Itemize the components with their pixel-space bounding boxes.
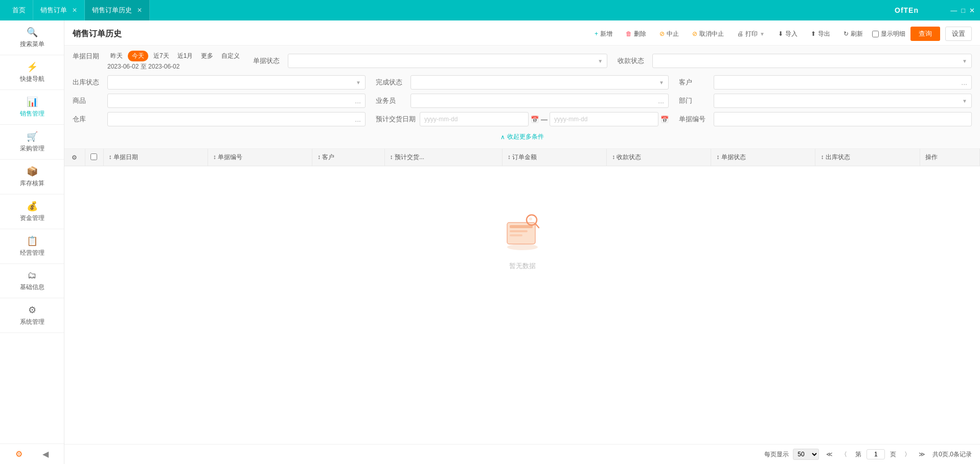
salesman-dots[interactable]: ... <box>658 97 664 105</box>
shortcut-custom[interactable]: 自定义 <box>218 51 243 61</box>
purchase-mgmt-icon: 🛒 <box>27 131 38 142</box>
tab-sales-order-history-close[interactable]: ✕ <box>137 7 142 14</box>
col-delivery-date[interactable]: ↕ 预计交货... <box>384 149 502 166</box>
filter-group-warehouse-status: 出库状态 ▼ <box>73 75 366 90</box>
sidebar-item-purchase-mgmt[interactable]: 🛒 采购管理 <box>0 125 64 160</box>
next-page-button[interactable]: 〉 <box>901 449 914 460</box>
query-button[interactable]: 查询 <box>910 27 940 41</box>
col-receipt-status[interactable]: ↕ 收款状态 <box>607 149 711 166</box>
delete-button[interactable]: 🗑 删除 <box>622 28 650 40</box>
filter-group-salesman: 业务员 ... <box>376 94 669 108</box>
delete-icon: 🗑 <box>626 30 632 37</box>
delivery-date-from[interactable]: yyyy-mm-dd <box>420 112 529 126</box>
sidebar-item-basic-info[interactable]: 🗂 基础信息 <box>0 264 64 298</box>
shortcut-today[interactable]: 今天 <box>128 51 148 61</box>
svg-point-0 <box>507 244 538 250</box>
display-toggle[interactable]: 显示明细 <box>872 30 905 38</box>
page-size-select[interactable]: 50 10 20 100 <box>793 449 819 460</box>
receipt-status-chevron: ▼ <box>962 58 967 64</box>
date-label: 单据日期 <box>73 52 103 61</box>
warehouse2-dots[interactable]: ... <box>355 115 361 123</box>
shortcut-7days[interactable]: 近7天 <box>150 51 172 61</box>
stop-button[interactable]: ⊘ 中止 <box>655 28 683 40</box>
display-toggle-label: 显示明细 <box>881 30 905 38</box>
select-all-checkbox[interactable] <box>90 153 97 160</box>
warehouse2-select[interactable]: ... <box>107 112 366 126</box>
maximize-button[interactable]: □ <box>961 7 965 14</box>
collapse-label: 收起更多条件 <box>507 132 544 141</box>
sidebar-collapse-icon[interactable]: ◀ <box>42 449 49 459</box>
col-customer[interactable]: ↕ 客户 <box>312 149 384 166</box>
table-header: ⚙ ↕ 单据日期 ↕ 单据编号 ↕ 客户 <box>64 149 980 166</box>
col-warehouse-status[interactable]: ↕ 出库状态 <box>815 149 920 166</box>
import-icon: ⬇ <box>778 30 783 37</box>
sidebar-item-search-menu[interactable]: 🔍 搜索菜单 <box>0 20 64 55</box>
display-toggle-checkbox[interactable] <box>872 31 879 37</box>
add-button[interactable]: + 新增 <box>590 28 617 40</box>
cancel-stop-button[interactable]: ⊘ 取消中止 <box>688 28 728 40</box>
shortcut-more[interactable]: 更多 <box>198 51 216 61</box>
tab-sales-order-label: 销售订单 <box>40 6 67 15</box>
first-page-button[interactable]: ≪ <box>823 450 836 459</box>
sidebar-item-inventory[interactable]: 📦 库存核算 <box>0 160 64 194</box>
collapse-link[interactable]: ∧ 收起更多条件 <box>73 130 972 143</box>
col-order-status[interactable]: ↕ 单据状态 <box>711 149 815 166</box>
prev-page-button[interactable]: 〈 <box>838 449 850 460</box>
calendar-to-icon[interactable]: 📅 <box>660 116 669 123</box>
order-status-select[interactable]: ▼ <box>288 54 607 68</box>
setting-button[interactable]: 设置 <box>945 27 972 41</box>
minimize-button[interactable]: — <box>950 7 957 14</box>
salesman-select[interactable]: ... <box>411 94 669 108</box>
refresh-label: 刷新 <box>851 30 863 38</box>
export-button[interactable]: ⬆ 导出 <box>807 28 834 40</box>
department-select[interactable]: ▼ <box>714 94 972 108</box>
window-controls: — □ ✕ <box>950 7 975 14</box>
warehouse2-label: 仓库 <box>73 115 103 124</box>
col-amount[interactable]: ↕ 订单金额 <box>502 149 606 166</box>
sidebar-item-capital[interactable]: 💰 资金管理 <box>0 194 64 229</box>
shortcut-yesterday[interactable]: 昨天 <box>107 51 126 61</box>
close-button[interactable]: ✕ <box>969 7 975 14</box>
customer-label: 客户 <box>679 78 710 87</box>
main-layout: 🔍 搜索菜单 ⚡ 快捷导航 📊 销售管理 🛒 采购管理 📦 库存核算 💰 资金管… <box>0 20 980 464</box>
order-status-label: 单据状态 <box>253 56 284 65</box>
filter-group-order-status: 单据状态 ▼ <box>253 54 607 68</box>
sales-mgmt-icon: 📊 <box>27 96 38 107</box>
print-button[interactable]: 🖨 打印 ▼ <box>733 28 769 40</box>
last-page-button[interactable]: ≫ <box>916 450 928 459</box>
delivery-date-from-placeholder: yyyy-mm-dd <box>424 116 458 123</box>
delivery-date-label: 预计交货日期 <box>376 115 416 124</box>
order-no-input[interactable] <box>714 112 972 126</box>
tab-home[interactable]: 首页 <box>5 0 33 20</box>
export-label: 导出 <box>818 30 830 38</box>
tab-sales-order[interactable]: 销售订单 ✕ <box>33 0 85 20</box>
shortcut-1month[interactable]: 近1月 <box>174 51 196 61</box>
col-order-no[interactable]: ↕ 单据编号 <box>208 149 312 166</box>
col-date[interactable]: ↕ 单据日期 <box>103 149 208 166</box>
import-button[interactable]: ⬇ 导入 <box>774 28 802 40</box>
sidebar-settings-icon[interactable]: ⚙ <box>15 449 22 459</box>
customer-select[interactable]: ... <box>714 75 972 90</box>
refresh-button[interactable]: ↻ 刷新 <box>839 28 867 40</box>
filter-row-3: 商品 ... 业务员 ... 部门 <box>73 94 972 108</box>
brand-text: OfTEn <box>895 6 919 14</box>
customer-dots[interactable]: ... <box>961 78 967 86</box>
tab-sales-order-history[interactable]: 销售订单历史 ✕ <box>85 0 150 20</box>
department-label: 部门 <box>679 96 710 105</box>
svg-line-6 <box>535 224 539 228</box>
warehouse-status-select[interactable]: ▼ <box>107 75 366 90</box>
sidebar-item-quick-nav[interactable]: ⚡ 快捷导航 <box>0 55 64 90</box>
completion-select[interactable]: ▼ <box>411 75 669 90</box>
sidebar-item-operations[interactable]: 📋 经营管理 <box>0 229 64 264</box>
calendar-from-icon[interactable]: 📅 <box>531 116 539 123</box>
page-number-input[interactable] <box>867 449 885 459</box>
tab-sales-order-close[interactable]: ✕ <box>72 7 77 14</box>
product-select[interactable]: ... <box>107 94 366 108</box>
sidebar-item-sales-mgmt[interactable]: 📊 销售管理 <box>0 90 64 125</box>
table-settings-col[interactable]: ⚙ <box>64 149 85 166</box>
product-dots[interactable]: ... <box>355 97 361 105</box>
receipt-status-select[interactable]: ▼ <box>652 54 972 68</box>
sidebar-item-sys-mgmt[interactable]: ⚙ 系统管理 <box>0 298 64 333</box>
print-dropdown-icon: ▼ <box>760 31 765 37</box>
delivery-date-to[interactable]: yyyy-mm-dd <box>550 112 658 126</box>
